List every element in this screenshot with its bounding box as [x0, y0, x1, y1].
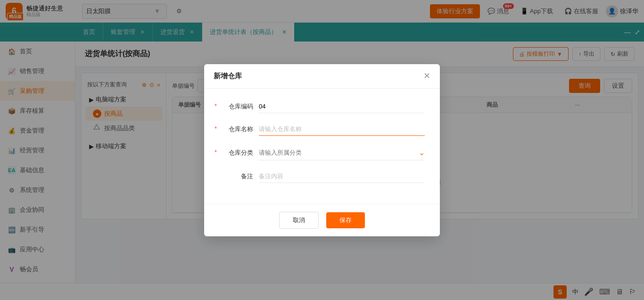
cancel-button[interactable]: 取消 [279, 212, 319, 229]
form-row-warehouse-name: 仓库名称 [219, 123, 425, 136]
modal-header: 新增仓库 ✕ [204, 64, 440, 89]
form-row-remark: 备注 [219, 170, 425, 183]
warehouse-code-label: 仓库编码 [219, 102, 253, 111]
warehouse-category-label: 仓库分类 [219, 149, 253, 157]
form-row-warehouse-code: 仓库编码 [219, 100, 425, 113]
save-button[interactable]: 保存 [326, 212, 365, 228]
modal-overlay: 新增仓库 ✕ 仓库编码 仓库名称 仓库分类 ⌄ [0, 0, 644, 300]
warehouse-name-input[interactable] [259, 123, 425, 136]
warehouse-code-input[interactable] [259, 100, 425, 113]
warehouse-category-input[interactable] [259, 149, 419, 156]
modal-body: 仓库编码 仓库名称 仓库分类 ⌄ 备注 [204, 89, 440, 204]
form-row-warehouse-category: 仓库分类 ⌄ [219, 145, 425, 160]
modal-close-button[interactable]: ✕ [423, 72, 430, 80]
modal-title: 新增仓库 [214, 72, 242, 81]
remark-input[interactable] [259, 170, 425, 183]
warehouse-name-label: 仓库名称 [219, 125, 253, 133]
modal-footer: 取消 保存 [204, 204, 440, 236]
category-dropdown-icon: ⌄ [419, 148, 425, 157]
remark-label: 备注 [219, 172, 253, 181]
add-warehouse-modal: 新增仓库 ✕ 仓库编码 仓库名称 仓库分类 ⌄ [204, 64, 440, 236]
warehouse-category-select[interactable]: ⌄ [259, 145, 425, 160]
